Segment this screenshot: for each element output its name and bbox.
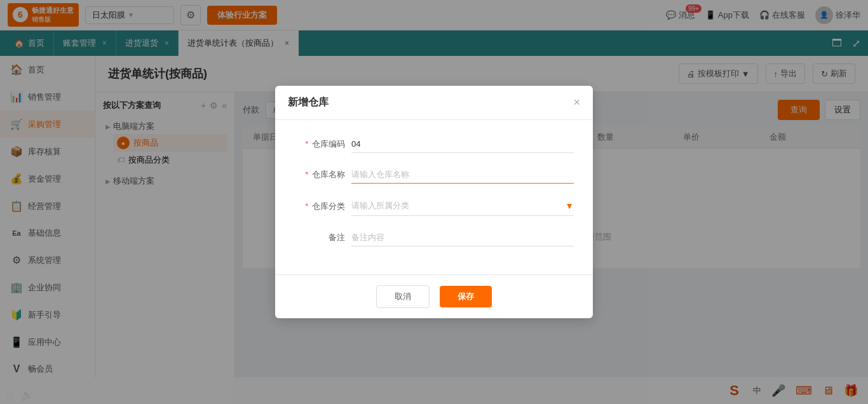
cancel-button[interactable]: 取消 xyxy=(376,285,430,308)
remark-input[interactable] xyxy=(351,229,574,246)
form-row-code: * 仓库编码 xyxy=(294,135,574,153)
modal-footer: 取消 保存 xyxy=(275,274,593,318)
warehouse-category-select[interactable]: 请输入所属分类 ▼ xyxy=(351,196,574,216)
code-label: * 仓库编码 xyxy=(294,138,345,150)
save-button[interactable]: 保存 xyxy=(440,286,492,307)
form-row-name: * 仓库名称 xyxy=(294,166,574,184)
warehouse-name-input[interactable] xyxy=(351,166,574,184)
add-warehouse-modal: 新增仓库 × * 仓库编码 * 仓库名称 xyxy=(275,86,593,318)
warehouse-code-input[interactable] xyxy=(351,135,574,153)
required-star-name: * xyxy=(305,170,308,179)
modal-body: * 仓库编码 * 仓库名称 * 仓库分类 请输入所属 xyxy=(275,120,593,274)
modal-title: 新增仓库 xyxy=(288,96,329,109)
remark-label: 备注 xyxy=(294,232,345,243)
modal-close-button[interactable]: × xyxy=(573,96,580,109)
name-label: * 仓库名称 xyxy=(294,169,345,180)
modal-overlay[interactable]: 新增仓库 × * 仓库编码 * 仓库名称 xyxy=(0,0,868,404)
form-row-category: * 仓库分类 请输入所属分类 ▼ xyxy=(294,196,574,216)
form-row-remark: 备注 xyxy=(294,229,574,246)
required-star-code: * xyxy=(305,139,308,149)
modal-header: 新增仓库 × xyxy=(275,86,593,120)
required-star-category: * xyxy=(305,201,308,211)
category-label: * 仓库分类 xyxy=(294,201,345,212)
category-placeholder: 请输入所属分类 xyxy=(351,200,409,212)
category-dropdown-arrow: ▼ xyxy=(565,201,574,211)
